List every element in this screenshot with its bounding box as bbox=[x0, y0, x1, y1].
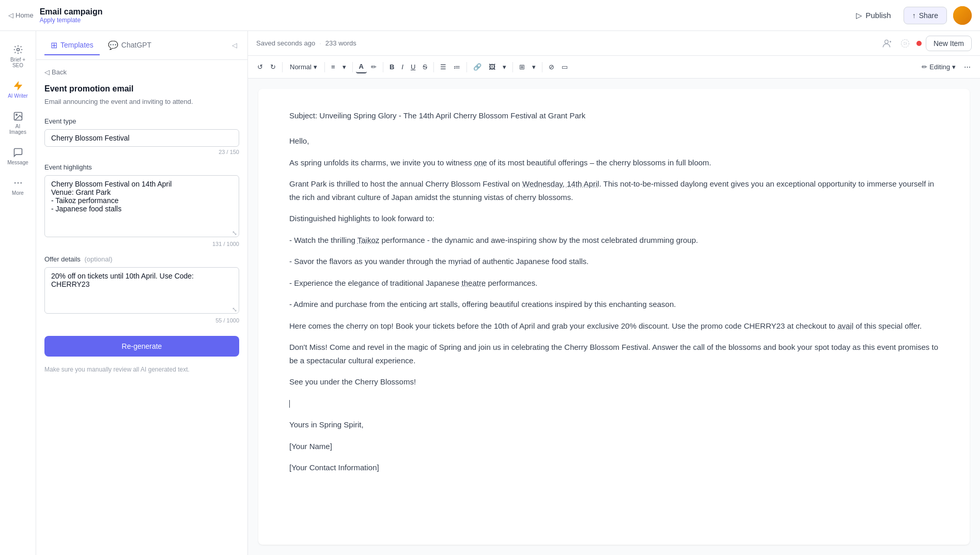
bullet4: - Admire and purchase from the enticing … bbox=[289, 298, 939, 311]
svg-marker-1 bbox=[14, 82, 22, 90]
sidebar-item-brief-seo[interactable]: Brief + SEO bbox=[3, 39, 34, 73]
align-button[interactable]: ≡ bbox=[328, 61, 338, 73]
toolbar-separator bbox=[383, 62, 383, 72]
svg-point-7 bbox=[885, 40, 889, 43]
cursor-line bbox=[289, 397, 939, 410]
image-icon bbox=[13, 111, 23, 121]
para3-header: Distinguished highlights to look forward… bbox=[289, 212, 939, 225]
event-type-input[interactable] bbox=[44, 129, 239, 147]
event-type-label: Event type bbox=[44, 117, 239, 125]
edit-icon: ✏ bbox=[922, 63, 927, 71]
image-button[interactable]: 🖼 bbox=[486, 61, 499, 73]
new-item-button[interactable]: New Item bbox=[926, 36, 972, 51]
home-label: Home bbox=[15, 11, 34, 19]
bold-icon: B bbox=[390, 63, 394, 71]
text-color-button[interactable]: A bbox=[356, 60, 367, 73]
chevron-down-icon: ▾ bbox=[314, 63, 317, 71]
align-chevron[interactable]: ▾ bbox=[339, 61, 349, 73]
offer-wrap: 20% off on tickets until 10th April. Use… bbox=[44, 267, 239, 315]
chevron-left-icon: ◁ bbox=[8, 11, 13, 19]
bullet3: - Experience the elegance of traditional… bbox=[289, 276, 939, 290]
italic-button[interactable]: I bbox=[398, 61, 407, 73]
closing4: [Your Contact Information] bbox=[289, 461, 939, 474]
highlights-wrap: Cherry Blossom Festival on 14th April Ve… bbox=[44, 175, 239, 239]
greeting: Hello, bbox=[289, 134, 939, 148]
toolbar-separator bbox=[433, 62, 434, 72]
sidebar-item-ai-images[interactable]: AI Images bbox=[3, 106, 34, 140]
share-button[interactable]: ↑ Share bbox=[904, 7, 947, 24]
undo-button[interactable]: ↺ bbox=[254, 61, 266, 73]
date-underline: Wednesday, 14th April bbox=[522, 179, 599, 188]
more-label: More bbox=[12, 190, 24, 196]
back-label: Back bbox=[52, 68, 67, 76]
panel-collapse-button[interactable]: ◁ bbox=[230, 39, 239, 51]
svg-point-0 bbox=[17, 49, 19, 51]
bullet2: - Savor the flavors as you wander throug… bbox=[289, 255, 939, 268]
apply-template-link[interactable]: Apply template bbox=[40, 17, 103, 24]
closing1: See you under the Cherry Blossoms! bbox=[289, 375, 939, 389]
editing-mode-button[interactable]: ✏ Editing ▾ bbox=[917, 61, 960, 73]
templates-tab-label: Templates bbox=[60, 41, 94, 49]
add-user-button[interactable] bbox=[879, 36, 894, 51]
avatar[interactable] bbox=[953, 6, 972, 25]
sidebar-item-message[interactable]: Message bbox=[3, 142, 34, 171]
svg-point-10 bbox=[901, 39, 909, 47]
resize-icon: ⤡ bbox=[232, 229, 237, 237]
sidebar-item-more[interactable]: More bbox=[3, 173, 34, 201]
add-user-icon bbox=[881, 38, 892, 49]
share-label: Share bbox=[919, 11, 938, 20]
bullet1: - Watch the thrilling Taikoz performance… bbox=[289, 234, 939, 247]
svg-point-11 bbox=[904, 42, 906, 44]
ordered-list-button[interactable]: ≔ bbox=[450, 61, 463, 73]
offer-field: Offer details (optional) 20% off on tick… bbox=[44, 255, 239, 323]
image-chevron[interactable]: ▾ bbox=[500, 61, 509, 73]
resize-icon: ⤡ bbox=[232, 306, 237, 313]
text-style-dropdown[interactable]: Normal ▾ bbox=[286, 61, 321, 73]
offer-input[interactable]: 20% off on tickets until 10th April. Use… bbox=[44, 267, 239, 314]
table-button[interactable]: ⊞ bbox=[516, 61, 528, 73]
bullet-list-button[interactable]: ☰ bbox=[437, 61, 449, 73]
sidebar-item-ai-writer[interactable]: AI Writer bbox=[3, 75, 34, 104]
para4: Here comes the cherry on top! Book your … bbox=[289, 319, 939, 333]
panel-content: ◁ Back Event promotion email Email annou… bbox=[36, 60, 247, 555]
chevron-down-icon: ▾ bbox=[952, 63, 956, 71]
more-icon bbox=[13, 178, 23, 188]
highlights-input[interactable]: Cherry Blossom Festival on 14th April Ve… bbox=[44, 175, 239, 237]
campaign-info: Email campaign Apply template bbox=[40, 7, 103, 24]
highlight-icon: ✏ bbox=[371, 63, 377, 71]
message-label: Message bbox=[7, 160, 28, 165]
event-type-field: Event type 23 / 150 bbox=[44, 117, 239, 155]
more-options-button[interactable]: ⋯ bbox=[961, 61, 974, 73]
top-header: ◁ Home Email campaign Apply template ▷ P… bbox=[0, 0, 980, 31]
editor-content[interactable]: Subject: Unveiling Spring Glory - The 14… bbox=[258, 89, 970, 545]
tab-chatgpt[interactable]: 💬 ChatGPT bbox=[102, 36, 158, 55]
highlight-button[interactable]: ✏ bbox=[368, 61, 380, 73]
link-button[interactable]: 🔗 bbox=[470, 61, 485, 73]
home-link[interactable]: ◁ Home bbox=[8, 11, 34, 19]
table-chevron[interactable]: ▾ bbox=[529, 61, 539, 73]
regenerate-button[interactable]: Re-generate bbox=[44, 336, 239, 357]
toolbar-separator bbox=[542, 62, 542, 72]
editor-topbar-right: New Item bbox=[879, 36, 972, 51]
gear-icon bbox=[13, 44, 23, 55]
toolbar-separator bbox=[282, 62, 283, 72]
bold-button[interactable]: B bbox=[386, 61, 397, 73]
publish-label: Publish bbox=[865, 11, 891, 20]
para1: As spring unfolds its charms, we invite … bbox=[289, 156, 939, 169]
editor-toolbar: ↺ ↻ Normal ▾ ≡ ▾ A ✏ B I U S ☰ ≔ 🔗 🖼 ▾ bbox=[248, 56, 980, 79]
strikethrough-button[interactable]: S bbox=[419, 61, 430, 73]
format-button[interactable]: ▭ bbox=[558, 61, 571, 73]
editing-label: Editing bbox=[929, 63, 950, 71]
publish-button[interactable]: ▷ Publish bbox=[850, 7, 897, 24]
tab-templates[interactable]: ⊞ Templates bbox=[44, 36, 100, 55]
text-style-label: Normal bbox=[290, 63, 312, 71]
back-button[interactable]: ◁ Back bbox=[44, 68, 239, 76]
strikethrough-icon: S bbox=[423, 63, 427, 71]
italic-icon: I bbox=[401, 63, 403, 71]
code-button[interactable]: ⊘ bbox=[546, 61, 557, 73]
settings-button[interactable] bbox=[898, 36, 912, 51]
email-body[interactable]: Hello, As spring unfolds its charms, we … bbox=[289, 134, 939, 474]
left-panel: ⊞ Templates 💬 ChatGPT ◁ ◁ Back Event pro… bbox=[36, 31, 248, 555]
redo-button[interactable]: ↻ bbox=[267, 61, 279, 73]
underline-button[interactable]: U bbox=[408, 61, 418, 73]
